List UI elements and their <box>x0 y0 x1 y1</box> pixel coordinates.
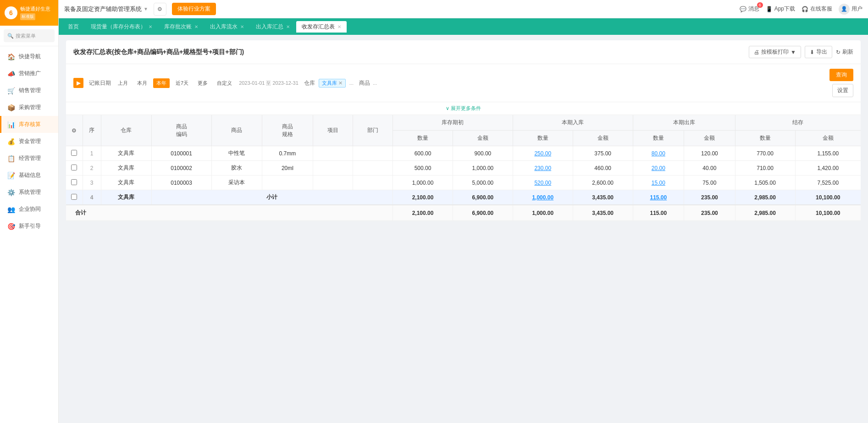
product-more-btn[interactable]: ... <box>373 80 377 86</box>
sidebar-item-finance[interactable]: 💰 资金管理 <box>0 133 58 150</box>
system-selector[interactable]: 装备及固定资产辅助管理系统 ▼ <box>64 5 148 13</box>
col-dept-header: 部门 <box>353 115 393 146</box>
col-out-amt: 金额 <box>684 131 735 146</box>
row-checkbox[interactable] <box>66 176 83 190</box>
date-btn-this-year[interactable]: 本年 <box>153 78 170 88</box>
tab-close-inventory-dist[interactable]: ✕ <box>149 24 152 29</box>
row-code: 0100003 <box>151 176 211 190</box>
tab-inout-flow[interactable]: 出入库流水 ✕ <box>205 21 249 33</box>
sidebar-item-newbie[interactable]: 🎯 新手引导 <box>0 218 58 235</box>
online-service-item[interactable]: 🎧 在线客服 <box>802 5 832 13</box>
sidebar-item-marketing[interactable]: 📣 营销推广 <box>0 65 58 82</box>
total-in-qty: 1,000.00 <box>513 205 573 221</box>
sidebar-item-collab[interactable]: 👥 企业协同 <box>0 201 58 218</box>
date-btn-custom[interactable]: 自定义 <box>214 78 235 88</box>
date-btn-7days[interactable]: 近7天 <box>172 78 192 88</box>
row-close-amt: 7,525.00 <box>795 176 861 190</box>
subtotal-num: 4 <box>83 190 101 205</box>
product-label: 商品 <box>359 79 370 87</box>
col-out-qty: 数量 <box>633 131 684 146</box>
row-close-qty: 710.00 <box>735 161 795 176</box>
sidebar-item-sales[interactable]: 🛒 销售管理 <box>0 82 58 99</box>
tab-close-inout-summary[interactable]: ✕ <box>286 24 290 29</box>
total-in-amt: 3,435.00 <box>573 205 633 221</box>
warehouse-tag[interactable]: 文具库 ✕ <box>319 79 346 88</box>
tab-recv-send-summary[interactable]: 收发存汇总表 ✕ <box>296 21 347 33</box>
subtotal-out-qty: 115.00 <box>633 190 684 205</box>
sidebar-item-system[interactable]: ⚙️ 系统管理 <box>0 184 58 201</box>
row-out-amt: 40.00 <box>684 161 735 176</box>
total-close-qty: 2,985.00 <box>735 205 795 221</box>
refresh-icon: ↻ <box>836 49 840 55</box>
date-btn-more[interactable]: 更多 <box>194 78 211 88</box>
filter-toggle-button[interactable]: ▶ <box>73 78 83 88</box>
tab-home[interactable]: 首页 <box>62 21 84 33</box>
refresh-button[interactable]: ↻ 刷新 <box>836 48 853 56</box>
set-button[interactable]: 设置 <box>832 84 853 97</box>
row-out-qty[interactable]: 15.00 <box>633 176 684 190</box>
row-out-qty[interactable]: 80.00 <box>633 146 684 161</box>
row-in-qty[interactable]: 250.00 <box>513 146 573 161</box>
system-title: 装备及固定资产辅助管理系统 <box>64 5 142 13</box>
newbie-icon: 🎯 <box>7 223 15 230</box>
subtotal-warehouse: 文具库 <box>101 190 151 205</box>
subtotal-out-amt: 235.00 <box>684 190 735 205</box>
sidebar: 6 畅捷通好生意 标准版 🔍 搜索菜单 🏠 快捷导航 📣 营销推广 🛒 销售管理… <box>0 0 59 423</box>
tab-inout-summary[interactable]: 出入库汇总 ✕ <box>250 21 295 33</box>
subtotal-checkbox[interactable] <box>66 190 83 205</box>
row-in-qty[interactable]: 230.00 <box>513 161 573 176</box>
row-project <box>313 146 353 161</box>
system-icon: ⚙️ <box>7 189 15 196</box>
tab-batch[interactable]: 库存批次账 ✕ <box>159 21 204 33</box>
row-close-qty: 1,505.00 <box>735 176 795 190</box>
total-close-amt: 10,100.00 <box>795 205 861 221</box>
print-icon: 🖨 <box>754 49 759 55</box>
query-button[interactable]: 查询 <box>829 69 853 81</box>
tab-close-recv-send[interactable]: ✕ <box>337 24 341 29</box>
total-row: 合计 2,100.00 6,900.00 1,000.00 3,435.00 1… <box>66 205 861 221</box>
sidebar-item-quick[interactable]: 🏠 快捷导航 <box>0 48 58 65</box>
collab-icon: 👥 <box>7 206 15 213</box>
col-in-qty: 数量 <box>513 131 573 146</box>
tab-close-batch[interactable]: ✕ <box>194 24 198 29</box>
row-spec: 0.7mm <box>262 146 313 161</box>
sidebar-item-basic[interactable]: 📝 基础信息 <box>0 167 58 184</box>
sidebar-item-inventory[interactable]: 📊 库存核算 <box>0 116 58 133</box>
sidebar-logo: 6 畅捷通好生意 标准版 <box>0 0 58 26</box>
date-btn-last-month[interactable]: 上月 <box>115 78 131 88</box>
row-out-qty[interactable]: 20.00 <box>633 161 684 176</box>
page-card: 收发存汇总表(按仓库+商品编码+商品+规格型号+项目+部门) 🖨 按模板打印 ▼… <box>66 40 861 221</box>
export-button[interactable]: ⬇ 导出 <box>805 46 832 58</box>
row-in-amt: 375.00 <box>573 146 633 161</box>
col-group-incoming: 本期入库 <box>513 115 633 131</box>
app-download-item[interactable]: 📱 App下载 <box>766 5 795 13</box>
row-checkbox[interactable] <box>66 146 83 161</box>
col-settings-header[interactable]: ⚙ <box>66 115 83 146</box>
tab-close-inout-flow[interactable]: ✕ <box>240 24 244 29</box>
row-name: 采访本 <box>211 176 262 190</box>
message-item[interactable]: 💬 消息 6 <box>740 5 759 13</box>
user-info[interactable]: 👤 用户 <box>839 4 862 15</box>
tab-inventory-dist[interactable]: 现货量（库存分布表） ✕ <box>85 21 158 33</box>
warehouse-tag-close[interactable]: ✕ <box>338 80 343 86</box>
row-in-qty[interactable]: 520.00 <box>513 176 573 190</box>
date-btn-this-month[interactable]: 本月 <box>134 78 150 88</box>
settings-button[interactable]: ⚙ <box>154 3 166 16</box>
row-checkbox[interactable] <box>66 161 83 176</box>
sidebar-item-operations[interactable]: 📋 经营管理 <box>0 150 58 167</box>
expand-more-button[interactable]: ∨ 展开更多条件 <box>446 105 481 112</box>
sidebar-item-purchase[interactable]: 📦 采购管理 <box>0 99 58 116</box>
search-menu-button[interactable]: 🔍 搜索菜单 <box>4 29 55 42</box>
row-open-qty: 500.00 <box>393 161 453 176</box>
data-table-wrapper: ⚙ 序 仓库 商品编码 商品 商品规格 项目 部门 库存期初 本期入库 本期出库… <box>66 115 861 221</box>
col-code-header: 商品编码 <box>151 115 211 146</box>
data-table: ⚙ 序 仓库 商品编码 商品 商品规格 项目 部门 库存期初 本期入库 本期出库… <box>66 115 861 221</box>
expand-more-section: ∨ 展开更多条件 <box>66 102 861 115</box>
experience-button[interactable]: 体验行业方案 <box>172 3 216 15</box>
table-row: 3 文具库 0100003 采访本 1,000.00 5,000.00 520.… <box>66 176 861 190</box>
avatar-icon: 👤 <box>841 6 847 12</box>
warehouse-more-btn[interactable]: ... <box>349 80 354 86</box>
header-left: 装备及固定资产辅助管理系统 ▼ ⚙ 体验行业方案 <box>64 3 216 16</box>
print-button[interactable]: 🖨 按模板打印 ▼ <box>749 46 801 58</box>
col-group-outgoing: 本期出库 <box>633 115 735 131</box>
